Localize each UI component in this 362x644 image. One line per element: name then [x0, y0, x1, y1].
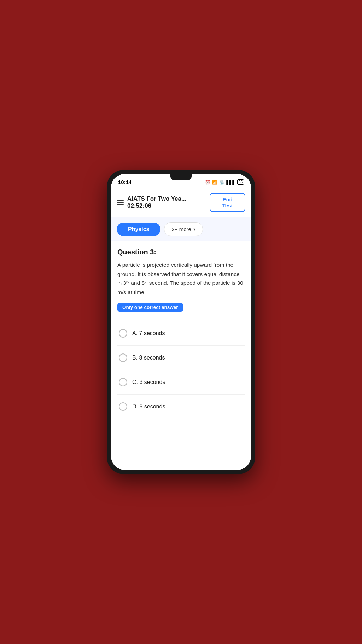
signal-icon: 📡 — [219, 180, 224, 185]
alarm-icon: ⏰ — [205, 180, 210, 185]
option-d[interactable]: D. 5 seconds — [117, 395, 245, 419]
end-test-button[interactable]: End Test — [210, 193, 245, 212]
question-text: A particle is projected vertically upwar… — [117, 260, 245, 297]
option-b-label: B. 8 seconds — [132, 355, 165, 361]
network-bars-icon: ▌▌▌ — [226, 180, 235, 185]
tab-bar: Physics 2+ more ▾ — [111, 217, 251, 241]
status-icons: ⏰ 📶 📡 ▌▌▌ 65 — [205, 179, 244, 185]
wifi-icon: 📶 — [212, 180, 217, 185]
option-b[interactable]: B. 8 seconds — [117, 346, 245, 370]
battery-icon: 65 — [237, 179, 244, 185]
phone-frame: 10:14 ⏰ 📶 📡 ▌▌▌ 65 AIATS For Two Yea... … — [107, 170, 255, 474]
radio-b[interactable] — [119, 353, 127, 362]
option-c[interactable]: C. 3 seconds — [117, 370, 245, 395]
header-left: AIATS For Two Yea... 02:52:06 — [117, 195, 210, 209]
notch — [170, 174, 192, 180]
radio-a[interactable] — [119, 329, 127, 338]
app-header: AIATS For Two Yea... 02:52:06 End Test — [111, 188, 251, 217]
question-text-part2: and 8 — [129, 280, 145, 286]
status-time: 10:14 — [118, 179, 132, 185]
hamburger-menu-icon[interactable] — [117, 200, 124, 205]
more-tabs-button[interactable]: 2+ more ▾ — [164, 222, 203, 236]
options-list: A. 7 seconds B. 8 seconds C. 3 seconds D… — [117, 321, 245, 419]
physics-tab[interactable]: Physics — [117, 223, 160, 236]
answer-type-badge: Only one correct answer — [117, 303, 183, 312]
option-a-label: A. 7 seconds — [132, 330, 165, 337]
header-title: AIATS For Two Yea... 02:52:06 — [127, 195, 210, 209]
chevron-down-icon: ▾ — [193, 227, 195, 232]
content-area: Question 3: A particle is projected vert… — [111, 241, 251, 470]
option-d-label: D. 5 seconds — [132, 403, 165, 410]
radio-d[interactable] — [119, 402, 127, 411]
option-c-label: C. 3 seconds — [132, 379, 165, 385]
phone-screen: 10:14 ⏰ 📶 📡 ▌▌▌ 65 AIATS For Two Yea... … — [111, 174, 251, 470]
superscript-rd: rd — [126, 280, 129, 283]
radio-c[interactable] — [119, 378, 127, 386]
question-title: Question 3: — [117, 248, 245, 256]
divider — [117, 318, 245, 318]
option-a[interactable]: A. 7 seconds — [117, 321, 245, 346]
more-tabs-label: 2+ more — [171, 226, 191, 232]
